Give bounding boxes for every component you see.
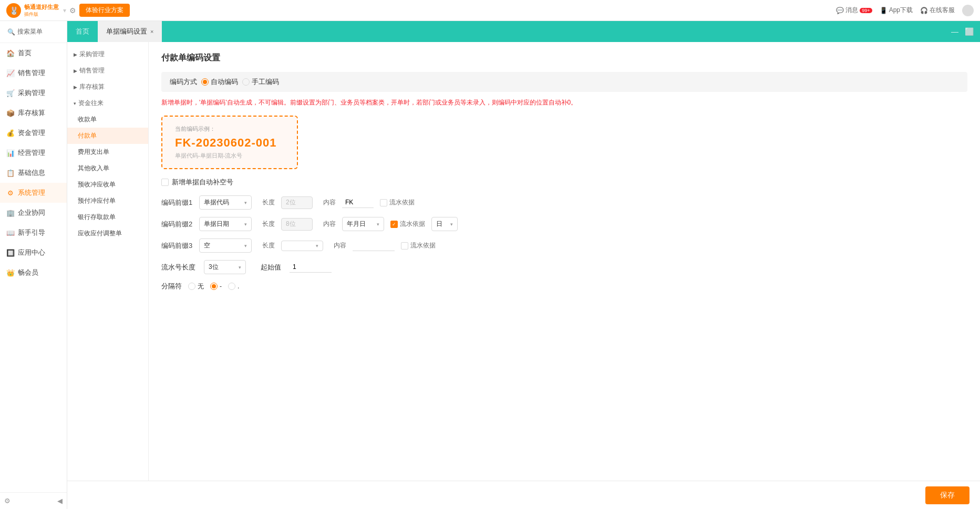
sidebar-collapse-icon[interactable]: ◀ (57, 497, 63, 505)
submenu-item-pre-payable[interactable]: 预付冲应付单 (67, 193, 148, 209)
serial2-unit-select[interactable]: 日 (431, 217, 458, 231)
separator-dash-radio[interactable]: - (210, 283, 222, 290)
chevron-down-icon: ▾ (74, 101, 76, 106)
submenu: ▶ 采购管理 ▶ 销售管理 ▶ 库存核算 (67, 42, 149, 481)
length3-select-arrow (316, 243, 318, 248)
prefix2-select[interactable]: 单据日期 (199, 217, 252, 231)
mobile-icon: 📱 (880, 7, 888, 14)
save-button[interactable]: 保存 (925, 486, 969, 504)
sidebar-settings-icon[interactable]: ⚙ (4, 497, 11, 505)
enterprise-icon: 🏢 (6, 209, 15, 217)
sidebar-item-sales[interactable]: 📈 销售管理 (0, 63, 67, 83)
serial2-unit-arrow (450, 222, 453, 227)
content2-select[interactable]: 年月日 (342, 217, 384, 231)
sidebar-item-home[interactable]: 🏠 首页 (0, 43, 67, 63)
headset-icon: 🎧 (920, 7, 928, 14)
length2-label: 长度 (262, 220, 275, 228)
app-logo: 🐰 畅通道好生意 插件版 (6, 3, 59, 18)
finance-icon: 💰 (6, 129, 15, 137)
tab-home[interactable]: 首页 (67, 21, 98, 42)
prefix3-select[interactable]: 空 (199, 238, 252, 253)
content2-label: 内容 (323, 220, 336, 228)
preview-label: 当前编码示例： (175, 125, 284, 133)
submenu-item-bank-deposit[interactable]: 银行存取款单 (67, 209, 148, 225)
tab-close-icon[interactable]: × (150, 28, 153, 35)
auto-fill-checkbox[interactable] (161, 179, 169, 186)
message-button[interactable]: 💬 消息 99+ (836, 6, 872, 15)
serial2-checkbox[interactable]: ✓ (390, 221, 398, 228)
submenu-item-expense[interactable]: 费用支出单 (67, 144, 148, 160)
settings-icon[interactable]: ⚙ (69, 6, 76, 15)
auto-encode-radio[interactable]: 自动编码 (201, 77, 238, 87)
tab-bar: 首页 单据编码设置 × — ⬜ (67, 21, 980, 42)
dropdown-arrow[interactable]: ▾ (63, 7, 66, 14)
sidebar-item-finance[interactable]: 💰 资金管理 (0, 123, 67, 143)
submenu-item-receipt[interactable]: 收款单 (67, 111, 148, 128)
sidebar-item-operations[interactable]: 📊 经营管理 (0, 143, 67, 163)
submenu-item-payment[interactable]: 付款单 (67, 128, 148, 144)
sidebar-item-purchase[interactable]: 🛒 采购管理 (0, 83, 67, 103)
content1-input[interactable] (342, 197, 374, 208)
separator-dot-radio[interactable]: . (228, 283, 239, 290)
content3-label: 内容 (334, 241, 346, 250)
guide-icon: 📖 (6, 228, 15, 237)
start-value-input[interactable] (290, 262, 332, 273)
online-service-button[interactable]: 🎧 在线客服 (920, 6, 955, 15)
chevron-right-icon3: ▶ (74, 85, 77, 90)
tab-controls: — ⬜ (949, 21, 980, 42)
user-avatar[interactable] (962, 5, 974, 16)
sidebar-item-member[interactable]: 👑 畅会员 (0, 263, 67, 283)
sidebar-item-apps[interactable]: 🔲 应用中心 (0, 243, 67, 263)
sidebar-item-guide[interactable]: 📖 新手引导 (0, 223, 67, 243)
serial-length-label: 流水号长度 (161, 263, 195, 272)
message-icon: 💬 (836, 7, 844, 14)
sidebar-search-area: 🔍 搜索菜单 (0, 21, 67, 43)
sidebar-search-button[interactable]: 🔍 搜索菜单 (4, 25, 63, 38)
manual-encode-radio[interactable]: 手工编码 (242, 77, 279, 87)
topbar: 🐰 畅通道好生意 插件版 ▾ ⚙ 体验行业方案 💬 消息 99+ 📱 App下载… (0, 0, 980, 21)
sidebar-item-system[interactable]: ⚙ 系统管理 (0, 183, 67, 203)
form-content: 付款单编码设置 编码方式 自动编码 手工编码 新增单据时，'单据编码'自动生成 (149, 42, 980, 481)
submenu-group-purchase-title[interactable]: ▶ 采购管理 (67, 46, 148, 63)
tab-minimize-icon[interactable]: — (949, 25, 961, 38)
submenu-group-sales-title[interactable]: ▶ 销售管理 (67, 63, 148, 79)
submenu-item-pre-receivable[interactable]: 预收冲应收单 (67, 176, 148, 193)
sidebar-bottom: ⚙ ◀ (0, 492, 67, 509)
length1-input (281, 196, 313, 209)
sidebar-item-base[interactable]: 📋 基础信息 (0, 163, 67, 183)
separator-radio-group: 无 - . (188, 282, 239, 291)
prefix2-select-arrow (244, 222, 247, 227)
tab-maximize-icon[interactable]: ⬜ (963, 25, 976, 38)
prefix1-select[interactable]: 单据代码 (199, 195, 252, 210)
serial1-checkbox-row: 流水依据 (380, 198, 415, 207)
serial1-checkbox[interactable] (380, 199, 387, 206)
serial3-checkbox[interactable] (401, 242, 408, 250)
logo-text: 畅通道好生意 插件版 (24, 3, 59, 18)
submenu-group-inventory: ▶ 库存核算 (67, 79, 148, 95)
prefix3-select-arrow (244, 243, 247, 248)
content3-input[interactable] (353, 240, 395, 251)
app-download-button[interactable]: 📱 App下载 (880, 6, 913, 15)
trial-button[interactable]: 体验行业方案 (79, 4, 130, 17)
content-area: 首页 单据编码设置 × — ⬜ ▶ 采购管理 (67, 21, 980, 509)
auto-encode-radio-dot (201, 78, 209, 86)
serial-length-select[interactable]: 3位 (204, 260, 246, 274)
separator-dot-dot (228, 283, 235, 290)
operations-icon: 📊 (6, 149, 15, 157)
length1-label: 长度 (262, 198, 275, 207)
sidebar-item-enterprise[interactable]: 🏢 企业协同 (0, 203, 67, 223)
prefix1-row: 编码前缀1 单据代码 长度 内容 流水依据 (161, 195, 967, 210)
bottom-bar: 保存 (67, 481, 980, 509)
main-layout: 🔍 搜索菜单 🏠 首页 📈 销售管理 🛒 采购管理 📦 库存核算 💰 (0, 21, 980, 509)
tab-encode-settings[interactable]: 单据编码设置 × (98, 21, 162, 42)
info-text: 新增单据时，'单据编码'自动生成，不可编辑。前缀设置为部门、业务员等档案类，开单… (161, 98, 967, 107)
submenu-group-finance-title[interactable]: ▾ 资金往来 (67, 95, 148, 111)
submenu-item-ap-adjustment[interactable]: 应收应付调整单 (67, 225, 148, 242)
sidebar-item-inventory[interactable]: 📦 库存核算 (0, 103, 67, 123)
manual-encode-radio-dot (242, 78, 250, 86)
submenu-item-other-income[interactable]: 其他收入单 (67, 160, 148, 176)
start-value-label: 起始值 (261, 263, 281, 272)
submenu-group-inventory-title[interactable]: ▶ 库存核算 (67, 79, 148, 95)
length3-select[interactable] (281, 241, 323, 251)
separator-none-radio[interactable]: 无 (188, 282, 204, 291)
